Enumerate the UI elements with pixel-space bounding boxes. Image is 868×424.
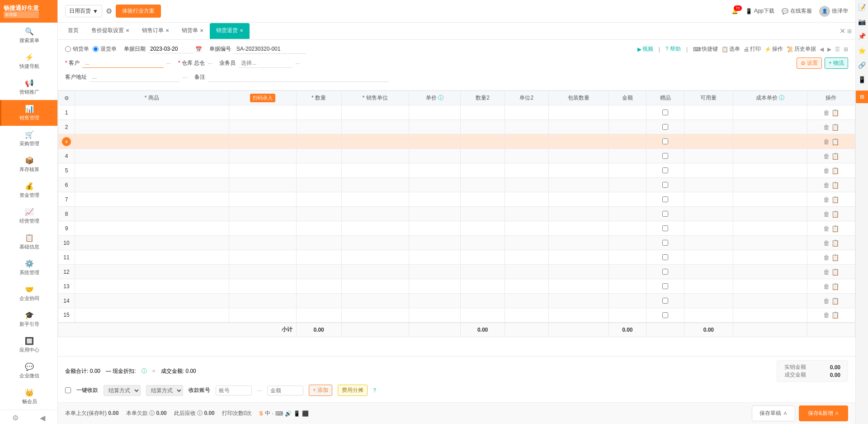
header-settings-icon[interactable]: ⚙ (106, 7, 112, 15)
col-settings[interactable]: ⚙ (58, 91, 75, 105)
sidebar-item-sales[interactable]: 📊 销售管理 (0, 100, 57, 126)
gift-checkbox[interactable] (662, 167, 668, 173)
fee-help-icon[interactable]: ? (373, 387, 376, 394)
settlement-method-select[interactable]: 结算方式 (104, 385, 141, 396)
delete-row-icon[interactable]: 🗑 (823, 181, 830, 189)
row-add-btn[interactable]: + (58, 134, 75, 149)
docno-input[interactable] (234, 44, 306, 54)
row-pack-qty[interactable] (548, 105, 609, 120)
delete-row-icon[interactable]: 🗑 (823, 138, 830, 145)
history-btn[interactable]: 📜 历史单据 (787, 45, 816, 53)
sidebar-item-operations[interactable]: 📈 经营管理 (0, 203, 57, 229)
delete-row-icon[interactable]: 🗑 (823, 225, 830, 232)
row-gift[interactable] (646, 105, 684, 120)
row-product[interactable] (75, 105, 229, 120)
delete-row-icon[interactable]: 🗑 (823, 297, 830, 305)
copy-row-icon[interactable]: 📋 (831, 181, 839, 189)
gift-checkbox[interactable] (662, 283, 668, 289)
sidebar-item-apps[interactable]: 🔲 应用中心 (0, 332, 57, 358)
tab-sale-return[interactable]: 销货退货 ✕ (210, 23, 250, 39)
row-pack-qty[interactable] (548, 120, 609, 134)
row-quantity2[interactable] (461, 120, 505, 134)
warehouse-more-icon[interactable]: ··· (208, 60, 212, 67)
salesperson-input[interactable] (238, 58, 292, 68)
help-btn[interactable]: ? 帮助 (665, 45, 681, 53)
row-unit2[interactable] (505, 120, 548, 134)
row-price[interactable] (409, 120, 461, 134)
delete-row-icon[interactable]: 🗑 (823, 109, 830, 116)
account-more-icon[interactable]: ··· (257, 387, 262, 394)
video-btn[interactable]: ▶ 视频 (637, 45, 653, 53)
copy-row-icon[interactable]: 📋 (831, 210, 839, 218)
row-available[interactable] (684, 134, 733, 149)
row-amount[interactable] (609, 120, 646, 134)
experience-button[interactable]: 体验行业方案 (116, 5, 161, 18)
calc-method-select[interactable]: 结算方式 (146, 385, 183, 396)
row-amount[interactable] (609, 134, 646, 149)
save-new-button[interactable]: 保存&新增 ∧ (799, 405, 848, 421)
app-download-link[interactable]: 📱 App下载 (745, 7, 774, 15)
list-view-icon[interactable]: ☰ (835, 46, 840, 52)
account-input[interactable] (216, 386, 252, 395)
row-quantity[interactable] (296, 120, 341, 134)
row-quantity[interactable] (296, 134, 341, 149)
row-price[interactable] (409, 134, 461, 149)
scan-input-button[interactable]: 扫码录入 (250, 94, 275, 102)
customer-input[interactable] (82, 58, 164, 68)
copy-row-icon[interactable]: 📋 (831, 268, 839, 276)
delete-row-icon[interactable]: 🗑 (823, 196, 830, 203)
address-input[interactable] (90, 72, 180, 82)
copy-row-icon[interactable]: 📋 (831, 138, 839, 145)
row-available[interactable] (684, 120, 733, 134)
sidebar-item-member[interactable]: 👑 畅会员 (0, 384, 57, 410)
row-unit[interactable] (341, 105, 409, 120)
right-panel-link-icon[interactable]: 🔗 (858, 62, 866, 69)
copy-row-icon[interactable]: 📋 (831, 297, 839, 305)
sidebar-settings-icon[interactable]: ⚙ (12, 414, 19, 422)
gift-checkbox[interactable] (662, 240, 668, 246)
gift-checkbox[interactable] (662, 138, 668, 144)
delete-row-icon[interactable]: 🗑 (823, 152, 830, 160)
salesperson-more-icon[interactable]: ··· (295, 60, 300, 67)
daily-category-select[interactable]: 日用百货 ▼ (65, 5, 102, 17)
gift-checkbox[interactable] (662, 124, 668, 130)
product-input-field[interactable] (79, 138, 225, 145)
tab-close-icon[interactable]: ✕ (200, 28, 203, 33)
sidebar-item-purchase[interactable]: 🛒 采购管理 (0, 126, 57, 152)
gift-checkbox[interactable] (662, 312, 668, 318)
calendar-icon[interactable]: 📅 (195, 46, 202, 52)
sidebar-item-basics[interactable]: 📋 基础信息 (0, 229, 57, 255)
tab-sale-order[interactable]: 销售订单 ✕ (136, 23, 175, 39)
delete-row-icon[interactable]: 🗑 (823, 311, 830, 319)
tab-sale-price[interactable]: 售价提取设置 ✕ (85, 23, 136, 39)
tab-close-icon[interactable]: ✕ (240, 28, 243, 33)
sidebar-item-enterprise[interactable]: 🤝 企业协同 (0, 281, 57, 306)
row-quantity[interactable] (296, 105, 341, 120)
row-product[interactable] (75, 120, 229, 134)
sidebar-item-marketing[interactable]: 📢 营销推广 (0, 74, 57, 100)
row-unit2[interactable] (505, 105, 548, 120)
add-row-button[interactable]: + (62, 137, 71, 146)
gift-checkbox[interactable] (662, 225, 668, 231)
next-record-icon[interactable]: ▶ (827, 46, 831, 52)
copy-row-icon[interactable]: 📋 (831, 196, 839, 203)
gift-checkbox[interactable] (662, 211, 668, 217)
one-click-pay-checkbox[interactable] (65, 387, 71, 393)
save-draft-button[interactable]: 保存草稿 ∧ (752, 405, 795, 421)
row-unit[interactable] (341, 120, 409, 134)
delete-row-icon[interactable]: 🗑 (823, 167, 830, 174)
date-picker[interactable]: 📅 (148, 45, 202, 53)
right-panel-star-icon[interactable]: ⭐ (858, 47, 866, 54)
tab-home[interactable]: 首页 (61, 23, 85, 39)
sidebar-item-inventory[interactable]: 📦 库存核算 (0, 152, 57, 177)
sidebar-item-finance[interactable]: 💰 资金管理 (0, 177, 57, 203)
row-amount[interactable] (609, 105, 646, 120)
delete-row-icon[interactable]: 🗑 (823, 210, 830, 218)
sidebar-collapse-icon[interactable]: ◀ (40, 414, 45, 422)
close-all-tabs-icon[interactable]: ✕ (840, 27, 845, 35)
row-pack-qty[interactable] (548, 134, 609, 149)
gift-checkbox[interactable] (662, 196, 668, 202)
row-quantity2[interactable] (461, 105, 505, 120)
grid-view-icon[interactable]: ⊞ (844, 46, 848, 52)
amount-input[interactable] (267, 386, 303, 395)
